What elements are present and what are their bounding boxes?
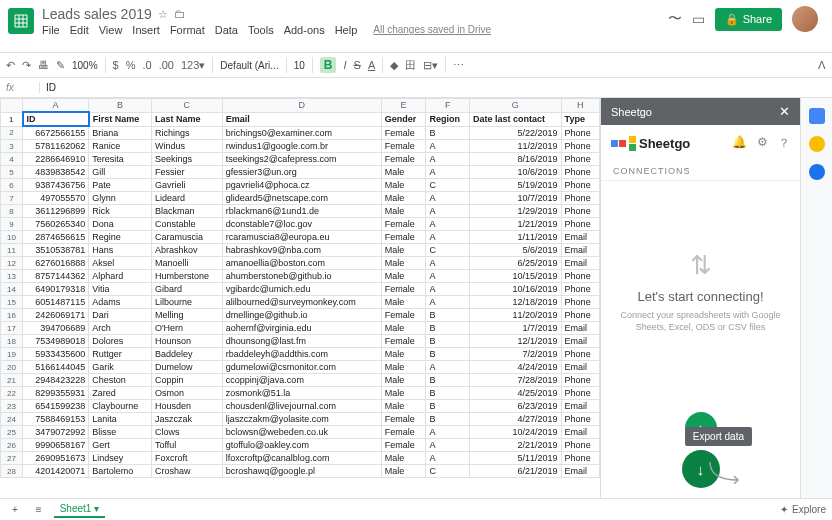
- cell[interactable]: Fessier: [151, 166, 222, 179]
- cell[interactable]: 6/25/2019: [469, 257, 561, 270]
- cell[interactable]: A: [426, 296, 470, 309]
- cell[interactable]: Vitia: [89, 283, 152, 296]
- cell[interactable]: Phone: [561, 192, 599, 205]
- cell[interactable]: Hans: [89, 244, 152, 257]
- cell[interactable]: Email: [561, 322, 599, 335]
- row-header[interactable]: 24: [1, 413, 23, 426]
- col-header[interactable]: D: [222, 99, 381, 113]
- cell[interactable]: 2/21/2019: [469, 439, 561, 452]
- tasks-icon[interactable]: [809, 164, 825, 180]
- currency-button[interactable]: $: [113, 59, 119, 71]
- spreadsheet-grid[interactable]: ABCDEFGH1IDFirst NameLast NameEmailGende…: [0, 98, 600, 498]
- cell[interactable]: B: [426, 309, 470, 322]
- cell[interactable]: Female: [381, 153, 426, 166]
- cell[interactable]: 12/18/2019: [469, 296, 561, 309]
- cell[interactable]: A: [426, 153, 470, 166]
- cell[interactable]: Windus: [151, 140, 222, 153]
- cell[interactable]: First Name: [89, 112, 152, 126]
- cell[interactable]: 4/24/2019: [469, 361, 561, 374]
- col-header[interactable]: E: [381, 99, 426, 113]
- row-header[interactable]: 16: [1, 309, 23, 322]
- cell[interactable]: 7560265340: [23, 218, 89, 231]
- menu-format[interactable]: Format: [170, 24, 205, 36]
- row-header[interactable]: 9: [1, 218, 23, 231]
- cell[interactable]: C: [426, 179, 470, 192]
- menu-insert[interactable]: Insert: [132, 24, 160, 36]
- cell[interactable]: dhounsong@last.fm: [222, 335, 381, 348]
- cell[interactable]: chousdenl@livejournal.com: [222, 400, 381, 413]
- row-header[interactable]: 6: [1, 179, 23, 192]
- cell[interactable]: 1/29/2019: [469, 205, 561, 218]
- cell[interactable]: aohernf@virginia.edu: [222, 322, 381, 335]
- col-header[interactable]: F: [426, 99, 470, 113]
- cell[interactable]: Dumelow: [151, 361, 222, 374]
- cell[interactable]: bcroshawq@google.pl: [222, 465, 381, 478]
- cell[interactable]: Seekings: [151, 153, 222, 166]
- cell[interactable]: 10/16/2019: [469, 283, 561, 296]
- cell[interactable]: 6276016888: [23, 257, 89, 270]
- undo-button[interactable]: ↶: [6, 59, 15, 72]
- cell[interactable]: Female: [381, 140, 426, 153]
- cell[interactable]: B: [426, 126, 470, 140]
- cell[interactable]: 3611296899: [23, 205, 89, 218]
- gear-icon[interactable]: ⚙: [757, 135, 768, 152]
- cell[interactable]: C: [426, 465, 470, 478]
- cell[interactable]: Email: [561, 244, 599, 257]
- cell[interactable]: 12/1/2019: [469, 335, 561, 348]
- cell[interactable]: Pate: [89, 179, 152, 192]
- col-header[interactable]: A: [23, 99, 89, 113]
- keep-icon[interactable]: [809, 136, 825, 152]
- cell[interactable]: Clows: [151, 426, 222, 439]
- redo-button[interactable]: ↷: [22, 59, 31, 72]
- cell[interactable]: 7588469153: [23, 413, 89, 426]
- cell[interactable]: dmellinge@github.io: [222, 309, 381, 322]
- cell[interactable]: rwindus1@google.com.br: [222, 140, 381, 153]
- cell[interactable]: bclowsn@webeden.co.uk: [222, 426, 381, 439]
- cell[interactable]: Phone: [561, 126, 599, 140]
- cell[interactable]: Email: [561, 426, 599, 439]
- fill-color-button[interactable]: ◆: [390, 59, 398, 72]
- cell[interactable]: gtoffulo@oakley.com: [222, 439, 381, 452]
- strike-button[interactable]: S: [354, 59, 361, 71]
- cell[interactable]: Male: [381, 322, 426, 335]
- all-sheets-button[interactable]: ≡: [30, 502, 48, 517]
- row-header[interactable]: 12: [1, 257, 23, 270]
- cell[interactable]: Arch: [89, 322, 152, 335]
- fx-label[interactable]: fx: [0, 82, 40, 93]
- percent-button[interactable]: %: [126, 59, 136, 71]
- cell[interactable]: 6672566155: [23, 126, 89, 140]
- cell[interactable]: Bartolemo: [89, 465, 152, 478]
- cell[interactable]: 1/7/2019: [469, 322, 561, 335]
- cell[interactable]: 5/11/2019: [469, 452, 561, 465]
- cell[interactable]: Osmon: [151, 387, 222, 400]
- menu-file[interactable]: File: [42, 24, 60, 36]
- cell[interactable]: Email: [561, 231, 599, 244]
- row-header[interactable]: 1: [1, 112, 23, 126]
- cell[interactable]: Male: [381, 348, 426, 361]
- cell[interactable]: Ruttger: [89, 348, 152, 361]
- cell[interactable]: Constable: [151, 218, 222, 231]
- cell[interactable]: Tofful: [151, 439, 222, 452]
- cell[interactable]: Teresita: [89, 153, 152, 166]
- cell[interactable]: B: [426, 322, 470, 335]
- col-header[interactable]: C: [151, 99, 222, 113]
- row-header[interactable]: 22: [1, 387, 23, 400]
- cell[interactable]: Zared: [89, 387, 152, 400]
- cell[interactable]: ljaszczakm@yolasite.com: [222, 413, 381, 426]
- row-header[interactable]: 25: [1, 426, 23, 439]
- cell[interactable]: Male: [381, 361, 426, 374]
- cell[interactable]: Phone: [561, 140, 599, 153]
- row-header[interactable]: 18: [1, 335, 23, 348]
- cell[interactable]: Dona: [89, 218, 152, 231]
- cell[interactable]: Phone: [561, 296, 599, 309]
- cell[interactable]: Date last contact: [469, 112, 561, 126]
- row-header[interactable]: 20: [1, 361, 23, 374]
- activity-icon[interactable]: 〜: [668, 10, 682, 28]
- sheets-logo[interactable]: [8, 8, 34, 34]
- row-header[interactable]: 13: [1, 270, 23, 283]
- cell[interactable]: Region: [426, 112, 470, 126]
- cell[interactable]: Female: [381, 283, 426, 296]
- cell[interactable]: 6541599238: [23, 400, 89, 413]
- menu-add-ons[interactable]: Add-ons: [284, 24, 325, 36]
- cell[interactable]: Richings: [151, 126, 222, 140]
